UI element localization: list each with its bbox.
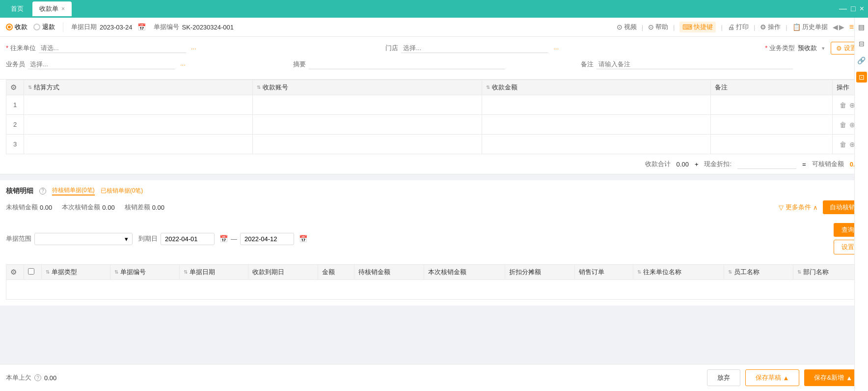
writeoff-info-icon[interactable]: ? — [39, 188, 46, 195]
more-conditions-btn[interactable]: ▽ 更多条件 ∧ — [779, 203, 818, 212]
print-action[interactable]: 🖨 打印 — [728, 23, 749, 31]
remark-input[interactable] — [597, 59, 793, 69]
amount-sort-icon[interactable]: ⇅ — [486, 85, 490, 90]
unchecked-value: 0.00 — [40, 204, 52, 211]
sidebar-table-icon[interactable]: ▤ — [856, 22, 867, 32]
staff-more-icon[interactable]: ··· — [180, 61, 186, 68]
maximize-icon[interactable]: □ — [851, 4, 856, 13]
tab-close-icon[interactable]: × — [61, 5, 65, 12]
counterpart-more-icon[interactable]: ··· — [191, 45, 196, 52]
draft-button[interactable]: 保存草稿 ▲ — [745, 369, 800, 386]
bottom-col-number: ⇅ 单据编号 — [110, 265, 179, 280]
bottom-table-settings-icon[interactable]: ⚙ — [10, 268, 17, 276]
number-sort-icon[interactable]: ⇅ — [114, 270, 118, 275]
date-start-input[interactable] — [161, 233, 215, 245]
business-type-dropdown[interactable]: ▾ — [822, 45, 825, 52]
row-3-delete-btn[interactable]: 🗑 — [840, 140, 846, 148]
select-all-checkbox[interactable] — [28, 268, 34, 275]
row-2-remark[interactable] — [711, 115, 833, 135]
business-type-value: 预收款 — [798, 44, 817, 53]
tab-bar: 首页 收款单 × — □ × — [0, 0, 868, 18]
next-arrow[interactable]: ▶ — [839, 23, 844, 31]
dept-sort-icon[interactable]: ⇅ — [797, 270, 801, 275]
diff-label: 核销差额 — [125, 203, 150, 212]
unchecked-stat: 未核销金额 0.00 — [6, 203, 52, 212]
col-settings-header: ⚙ — [6, 80, 24, 95]
main-table: ⚙ ⇅ 结算方式 ⇅ 收款账号 ⇅ 收 — [6, 80, 862, 154]
sidebar-screen-icon[interactable]: ⊡ — [856, 72, 867, 83]
tab-done[interactable]: 已核销单据(0笔) — [101, 187, 143, 195]
shop-input[interactable] — [401, 43, 548, 53]
form-row-2: 业务员 ··· 摘要 备注 — [6, 59, 862, 69]
row-3-amount[interactable] — [482, 135, 710, 154]
calendar-icon[interactable]: 📅 — [137, 23, 146, 31]
close-icon[interactable]: × — [860, 4, 864, 13]
divider-1 — [63, 22, 63, 32]
row-2-amount[interactable] — [482, 115, 710, 135]
shop-more-icon[interactable]: ··· — [553, 45, 559, 52]
row-3-remark[interactable] — [711, 135, 833, 154]
staff-header-label: 员工名称 — [734, 268, 760, 277]
staff-input[interactable] — [28, 59, 175, 69]
tab-current[interactable]: 收款单 × — [32, 1, 72, 16]
summary-row: 收款合计 0.00 + 现金折扣: = 可核销金额 0.00 — [0, 154, 868, 174]
range-select[interactable]: ▾ — [34, 233, 133, 245]
date-sort-icon[interactable]: ⇅ — [184, 270, 188, 275]
history-icon: 📋 — [792, 23, 801, 31]
row-1-settlement[interactable] — [24, 95, 253, 115]
row-3-account[interactable] — [253, 135, 482, 154]
radio-receipt[interactable]: 收款 — [6, 23, 27, 31]
row-1-remark[interactable] — [711, 95, 833, 115]
prev-arrow[interactable]: ◀ — [833, 23, 838, 31]
discount-input[interactable] — [737, 159, 796, 169]
radio-refund[interactable]: 退款 — [33, 23, 55, 31]
diff-stat: 核销差额 0.00 — [125, 203, 164, 212]
operation-action[interactable]: ⚙ 操作 — [760, 23, 781, 31]
tab-bar-left: 首页 收款单 × — [4, 1, 72, 16]
remark-field: 备注 — [581, 59, 862, 69]
bottom-table-empty-row — [6, 280, 862, 300]
row-2-delete-btn[interactable]: 🗑 — [840, 121, 846, 129]
account-sort-icon[interactable]: ⇅ — [257, 85, 261, 90]
abandon-button[interactable]: 放弃 — [707, 369, 740, 386]
summary-field: 摘要 — [293, 59, 574, 69]
row-2-account[interactable] — [253, 115, 482, 135]
help-action[interactable]: ⊙ 帮助 — [648, 23, 668, 31]
current-header-label: 本次核销金额 — [428, 268, 466, 276]
row-1-delete-btn[interactable]: 🗑 — [840, 101, 846, 109]
col-account-header: ⇅ 收款账号 — [253, 80, 482, 95]
date-end-calendar-icon[interactable]: 📅 — [299, 235, 307, 243]
counterpart-sort-icon[interactable]: ⇅ — [637, 270, 641, 275]
bottom-col-dept: ⇅ 部门名称 — [793, 265, 862, 280]
save-button[interactable]: 保存&新增 ▲ — [804, 369, 862, 386]
shop-field: 门店 ··· — [385, 43, 759, 53]
history-action[interactable]: 📋 历史单据 — [792, 23, 828, 31]
row-1-account[interactable] — [253, 95, 482, 115]
layout-grid-icon[interactable]: ≡ — [849, 23, 854, 32]
row-2-settlement[interactable] — [24, 115, 253, 135]
current-stat: 本次核销金额 0.00 — [62, 203, 114, 212]
sidebar-link-icon[interactable]: 🔗 — [856, 55, 867, 66]
type-sort-icon[interactable]: ⇅ — [46, 270, 50, 275]
bottom-col-duedate: 收款到期日 — [248, 265, 318, 280]
row-1-amount[interactable] — [482, 95, 710, 115]
remark-label: 备注 — [581, 60, 594, 69]
date-value: 2023-03-24 — [100, 24, 133, 31]
counterpart-input[interactable] — [39, 43, 186, 53]
video-action[interactable]: ⊙ 视频 — [617, 23, 637, 31]
bottom-table: ⚙ ⇅ 单据类型 ⇅ 单据编号 — [6, 264, 862, 300]
settlement-sort-icon[interactable]: ⇅ — [28, 85, 32, 90]
date-end-input[interactable] — [240, 233, 294, 245]
shortcut-action[interactable]: ⌨ 快捷键 — [679, 22, 716, 32]
staff-sort-icon[interactable]: ⇅ — [728, 270, 732, 275]
row-3-settlement[interactable] — [24, 135, 253, 154]
summary-input[interactable] — [309, 59, 505, 69]
sidebar-list-icon[interactable]: ⊟ — [856, 38, 867, 49]
tab-pending[interactable]: 待核销单据(0笔) — [52, 186, 95, 196]
table-settings-icon[interactable]: ⚙ — [10, 83, 17, 91]
footer-info-icon[interactable]: ? — [34, 374, 41, 381]
minimize-icon[interactable]: — — [839, 4, 847, 13]
tab-home[interactable]: 首页 — [4, 1, 30, 16]
current-label: 本单上欠 — [6, 373, 31, 382]
date-start-calendar-icon[interactable]: 📅 — [219, 235, 228, 243]
